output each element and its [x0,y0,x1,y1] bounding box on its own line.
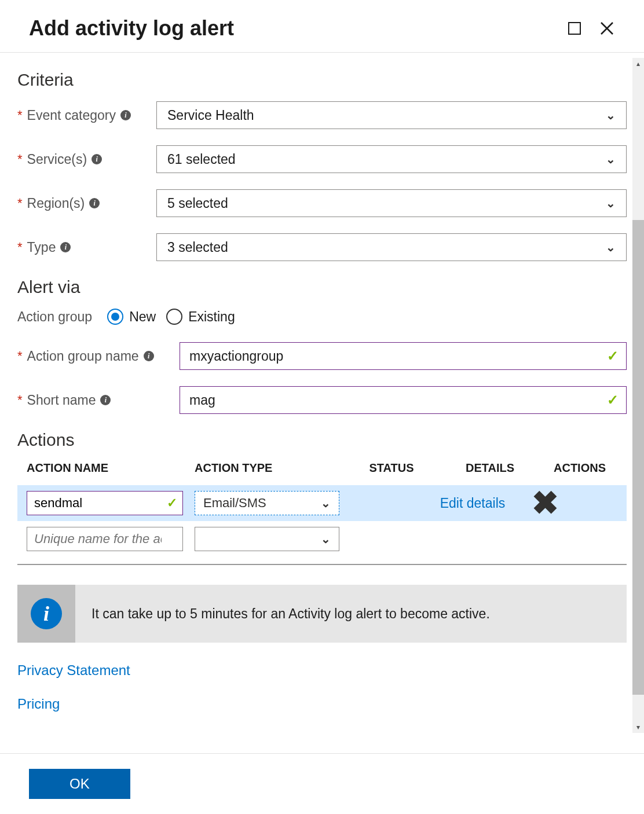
action-row-new: ⌄ [17,521,627,565]
col-header-type: ACTION TYPE [195,461,345,475]
services-dropdown[interactable]: 61 selected ⌄ [156,145,627,173]
delete-action-icon[interactable]: ✖ [525,493,565,513]
info-banner: i It can take up to 5 minutes for an Act… [17,585,627,643]
edit-details-link[interactable]: Edit details [420,496,525,511]
action-type-dropdown-empty[interactable]: ⌄ [195,527,339,551]
event-category-dropdown[interactable]: Service Health ⌄ [156,101,627,129]
maximize-icon[interactable] [566,20,583,36]
event-category-label: Event category [27,108,116,123]
chevron-down-icon: ⌄ [606,152,616,166]
info-icon[interactable]: i [89,198,100,208]
chevron-down-icon: ⌄ [606,108,616,122]
info-icon[interactable]: i [92,154,102,164]
radio-existing[interactable]: Existing [166,309,235,325]
dialog-content: Criteria * Event category i Service Heal… [0,53,644,751]
scrollbar-thumb[interactable] [632,220,644,695]
required-indicator: * [17,350,23,362]
criteria-section-title: Criteria [17,70,627,90]
required-indicator: * [17,109,23,122]
required-indicator: * [17,394,23,406]
action-group-label: Action group [17,309,92,325]
svg-rect-0 [569,23,580,34]
valid-check-icon: ✓ [607,392,619,408]
action-group-name-label: Action group name [27,349,139,364]
services-row: * Service(s) i 61 selected ⌄ [17,145,627,173]
info-icon[interactable]: i [100,395,111,405]
dialog-title: Add activity log alert [29,16,234,41]
required-indicator: * [17,197,23,210]
type-row: * Type i 3 selected ⌄ [17,233,627,261]
action-group-radio-row: Action group New Existing [17,309,627,325]
required-indicator: * [17,241,23,254]
close-icon[interactable] [599,20,615,36]
privacy-link[interactable]: Privacy Statement [17,662,627,679]
chevron-down-icon: ⌄ [321,532,331,546]
col-header-details: DETAILS [438,461,542,475]
scrollbar[interactable]: ▴ ▾ [632,58,644,733]
action-type-dropdown[interactable]: Email/SMS ⌄ [195,491,339,515]
action-group-name-row: * Action group name i ✓ [17,342,627,370]
radio-new[interactable]: New [107,309,156,325]
info-icon[interactable]: i [60,242,71,252]
chevron-down-icon: ⌄ [606,196,616,210]
actions-section-title: Actions [17,430,627,450]
regions-row: * Region(s) i 5 selected ⌄ [17,189,627,217]
type-label: Type [27,240,56,255]
action-row: ✓ Email/SMS ⌄ Edit details ✖ [17,485,627,521]
event-category-row: * Event category i Service Health ⌄ [17,101,627,129]
ok-button[interactable]: OK [29,769,130,799]
actions-table-header: ACTION NAME ACTION TYPE STATUS DETAILS A… [17,461,627,485]
action-name-input[interactable] [27,491,183,515]
action-name-placeholder-input[interactable] [27,527,183,551]
header-controls [566,20,615,36]
regions-dropdown[interactable]: 5 selected ⌄ [156,189,627,217]
chevron-down-icon: ⌄ [321,496,331,510]
info-icon[interactable]: i [120,110,131,120]
dialog-footer: OK [0,753,644,814]
col-header-actions: ACTIONS [542,461,617,475]
valid-check-icon: ✓ [167,496,177,511]
scroll-down-icon[interactable]: ▾ [632,721,644,733]
short-name-input[interactable] [180,386,627,414]
dialog-header: Add activity log alert [0,0,644,53]
valid-check-icon: ✓ [607,348,619,364]
short-name-row: * Short name i ✓ [17,386,627,414]
col-header-name: ACTION NAME [27,461,195,475]
services-label: Service(s) [27,152,87,167]
pricing-link[interactable]: Pricing [17,696,627,712]
required-indicator: * [17,153,23,166]
actions-table: ACTION NAME ACTION TYPE STATUS DETAILS A… [17,461,627,565]
info-icon: i [31,598,62,629]
info-icon[interactable]: i [144,351,154,361]
action-group-name-input[interactable] [180,342,627,370]
scroll-up-icon[interactable]: ▴ [632,58,644,69]
chevron-down-icon: ⌄ [606,240,616,254]
regions-label: Region(s) [27,196,85,211]
col-header-status: STATUS [345,461,438,475]
type-dropdown[interactable]: 3 selected ⌄ [156,233,627,261]
short-name-label: Short name [27,393,96,408]
info-banner-text: It can take up to 5 minutes for an Activ… [75,606,506,622]
alert-via-section-title: Alert via [17,277,627,297]
